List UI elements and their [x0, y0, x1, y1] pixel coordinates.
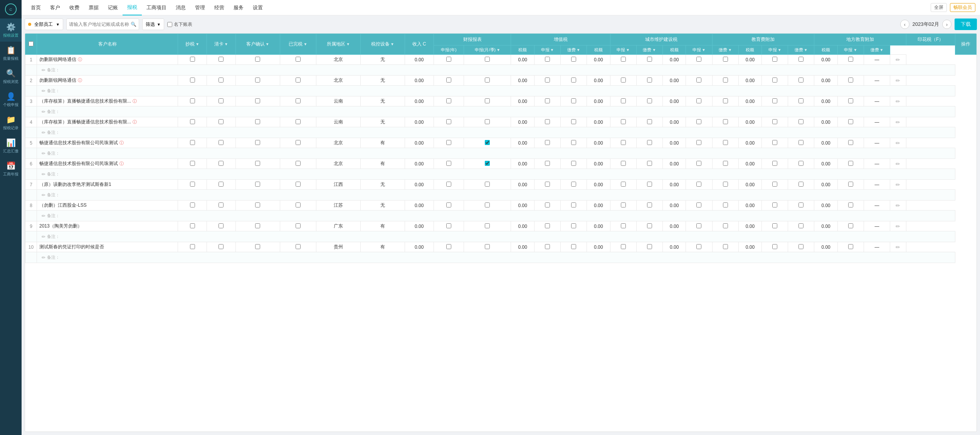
done-checkbox[interactable]: [296, 57, 301, 62]
confirm-checkbox[interactable]: [255, 244, 260, 249]
dfjy-bd-checkbox[interactable]: [772, 244, 777, 249]
jyf-jf-checkbox[interactable]: [723, 57, 728, 62]
nav-jingying[interactable]: 经营: [210, 0, 229, 15]
nav-gongshangxm[interactable]: 工商项目: [142, 0, 171, 15]
css-jf-checkbox[interactable]: [647, 78, 652, 83]
nav-fuwu[interactable]: 服务: [229, 0, 248, 15]
qingka-checkbox[interactable]: [219, 161, 224, 166]
cb-month-checkbox[interactable]: [485, 119, 490, 124]
cb-month-checkbox[interactable]: [485, 140, 490, 145]
zzs-bd-checkbox[interactable]: [545, 57, 550, 62]
chaoshui-checkbox[interactable]: [190, 78, 195, 83]
zzs-bd-checkbox[interactable]: [545, 119, 550, 124]
note-edit-icon[interactable]: ✏: [42, 234, 45, 239]
done-checkbox[interactable]: [296, 98, 301, 103]
confirm-checkbox[interactable]: [255, 78, 260, 83]
jyf-jf-checkbox[interactable]: [723, 182, 728, 187]
dfjy-jf-checkbox[interactable]: [798, 244, 803, 249]
css-jf-checkbox[interactable]: [647, 57, 652, 62]
note-edit-icon[interactable]: ✏: [42, 151, 45, 156]
qingka-checkbox[interactable]: [219, 140, 224, 145]
edit-icon[interactable]: ✏: [896, 119, 900, 125]
cb-month-checkbox[interactable]: [485, 223, 490, 228]
nav-client[interactable]: 客户: [45, 0, 65, 15]
css-bd-checkbox[interactable]: [621, 161, 626, 166]
css-bd-checkbox[interactable]: [621, 244, 626, 249]
confirm-checkbox[interactable]: [255, 119, 260, 124]
zzs-bd-checkbox[interactable]: [545, 182, 550, 187]
confirm-checkbox[interactable]: [255, 182, 260, 187]
dfjy-jf-checkbox[interactable]: [798, 140, 803, 145]
cb-month-checkbox[interactable]: [485, 161, 490, 166]
cb-month-checkbox[interactable]: [485, 78, 490, 83]
confirm-checkbox[interactable]: [255, 98, 260, 103]
edit-icon[interactable]: ✏: [896, 57, 900, 63]
yhs-bd-checkbox[interactable]: [848, 202, 853, 207]
zzs-bd-checkbox[interactable]: [545, 98, 550, 103]
dfjy-bd-checkbox[interactable]: [772, 161, 777, 166]
dfjy-jf-checkbox[interactable]: [798, 202, 803, 207]
edit-icon[interactable]: ✏: [896, 244, 900, 250]
cb-month-checkbox[interactable]: [485, 57, 490, 62]
nav-piaojv[interactable]: 票据: [84, 0, 103, 15]
done-checkbox[interactable]: [296, 223, 301, 228]
css-jf-checkbox[interactable]: [647, 202, 652, 207]
qingka-checkbox[interactable]: [219, 202, 224, 207]
edit-icon[interactable]: ✏: [896, 78, 900, 84]
cb-year-checkbox[interactable]: [446, 223, 451, 228]
zzs-bd-checkbox[interactable]: [545, 223, 550, 228]
done-checkbox[interactable]: [296, 119, 301, 124]
chaoshui-checkbox[interactable]: [190, 140, 195, 145]
nav-shezhi[interactable]: 设置: [248, 0, 267, 15]
dfjy-bd-checkbox[interactable]: [772, 223, 777, 228]
dfjy-jf-checkbox[interactable]: [798, 78, 803, 83]
css-bd-checkbox[interactable]: [621, 140, 626, 145]
css-bd-checkbox[interactable]: [621, 119, 626, 124]
cb-year-checkbox[interactable]: [446, 244, 451, 249]
sidebar-item-huizonghz[interactable]: 📊 汇总汇缴: [0, 134, 22, 157]
css-jf-checkbox[interactable]: [647, 98, 652, 103]
cb-year-checkbox[interactable]: [446, 57, 451, 62]
jyf-jf-checkbox[interactable]: [723, 202, 728, 207]
qingka-checkbox[interactable]: [219, 78, 224, 83]
yhs-bd-checkbox[interactable]: [848, 57, 853, 62]
css-jf-checkbox[interactable]: [647, 140, 652, 145]
jyf-bd-checkbox[interactable]: [696, 161, 701, 166]
cb-year-checkbox[interactable]: [446, 78, 451, 83]
yhs-bd-checkbox[interactable]: [848, 244, 853, 249]
sidebar-item-baoshuijl[interactable]: 📁 报税记录: [0, 111, 22, 134]
dfjy-bd-checkbox[interactable]: [772, 98, 777, 103]
qingka-checkbox[interactable]: [219, 57, 224, 62]
jyf-bd-checkbox[interactable]: [696, 98, 701, 103]
nav-shoufei[interactable]: 收费: [65, 0, 84, 15]
jyf-bd-checkbox[interactable]: [696, 57, 701, 62]
cb-year-checkbox[interactable]: [446, 98, 451, 103]
zzs-bd-checkbox[interactable]: [545, 244, 550, 249]
jyf-jf-checkbox[interactable]: [723, 223, 728, 228]
css-bd-checkbox[interactable]: [621, 223, 626, 228]
note-edit-icon[interactable]: ✏: [42, 255, 45, 260]
dfjy-bd-checkbox[interactable]: [772, 119, 777, 124]
chaoshui-checkbox[interactable]: [190, 244, 195, 249]
qingka-checkbox[interactable]: [219, 119, 224, 124]
cb-year-checkbox[interactable]: [446, 202, 451, 207]
chaoshui-checkbox[interactable]: [190, 119, 195, 124]
dfjy-jf-checkbox[interactable]: [798, 57, 803, 62]
next-month-button[interactable]: ›: [942, 20, 951, 29]
jyf-jf-checkbox[interactable]: [723, 140, 728, 145]
done-checkbox[interactable]: [296, 161, 301, 166]
css-jf-checkbox[interactable]: [647, 223, 652, 228]
dfjy-bd-checkbox[interactable]: [772, 57, 777, 62]
dfjy-jf-checkbox[interactable]: [798, 119, 803, 124]
jyf-jf-checkbox[interactable]: [723, 244, 728, 249]
jyf-bd-checkbox[interactable]: [696, 202, 701, 207]
confirm-checkbox[interactable]: [255, 202, 260, 207]
vip-button[interactable]: 畅联会员: [950, 3, 975, 12]
nav-guanli[interactable]: 管理: [190, 0, 210, 15]
edit-icon[interactable]: ✏: [896, 223, 900, 229]
chaoshui-checkbox[interactable]: [190, 223, 195, 228]
note-edit-icon[interactable]: ✏: [42, 192, 45, 198]
select-all-checkbox[interactable]: [29, 41, 34, 46]
sidebar-item-piliangs[interactable]: 📋 批量报税: [0, 42, 22, 65]
cb-year-checkbox[interactable]: [446, 182, 451, 187]
